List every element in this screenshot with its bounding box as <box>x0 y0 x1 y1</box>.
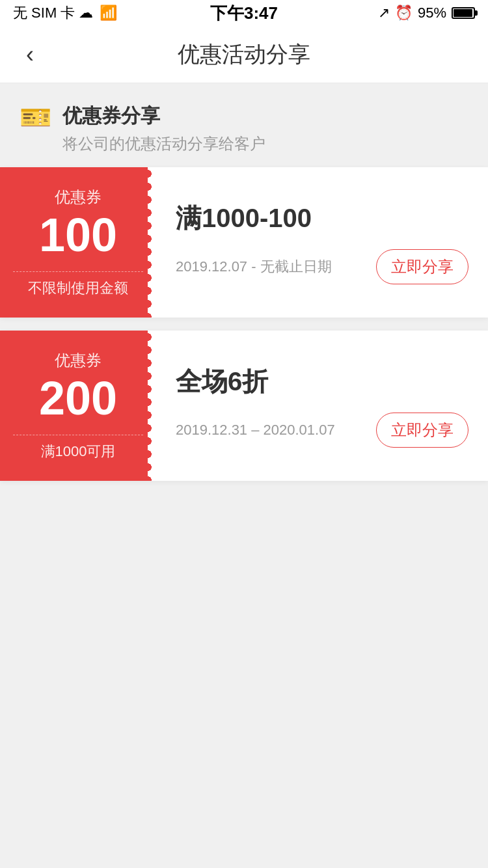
section-subtitle: 将公司的优惠活动分享给客户 <box>62 133 265 154</box>
coupon-amount-1: 100 <box>39 211 117 258</box>
battery-percent: 95% <box>418 5 446 21</box>
nav-bar: ‹ 优惠活动分享 <box>0 26 488 83</box>
coupon-share-button-1[interactable]: 立即分享 <box>376 249 468 284</box>
status-time: 下午3:47 <box>210 2 278 25</box>
section-title: 优惠券分享 <box>62 103 265 129</box>
section-header: 🎫 优惠券分享 将公司的优惠活动分享给客户 <box>0 83 488 167</box>
coupon-divider-2 <box>13 435 143 435</box>
bottom-space <box>0 494 488 819</box>
section-text: 优惠券分享 将公司的优惠活动分享给客户 <box>62 103 265 154</box>
coupon-left-1: 优惠券 100 不限制使用金额 <box>0 167 156 318</box>
coupon-right-2: 全场6折 2019.12.31 – 2020.01.07 立即分享 <box>156 331 488 481</box>
coupon-label-1: 优惠券 <box>55 187 102 208</box>
coupon-meta-2: 2019.12.31 – 2020.01.07 立即分享 <box>176 413 468 448</box>
location-icon: ↗ <box>378 5 390 21</box>
coupon-share-button-2[interactable]: 立即分享 <box>376 413 468 448</box>
coupon-card-1: 优惠券 100 不限制使用金额 满1000-100 2019.12.07 - 无… <box>0 167 488 318</box>
page-title: 优惠活动分享 <box>178 40 310 70</box>
coupon-divider-1 <box>13 271 143 272</box>
coupon-name-2: 全场6折 <box>176 364 468 400</box>
coupon-name-1: 满1000-100 <box>176 200 468 236</box>
status-right: ↗ ⏰ 95% <box>378 5 475 21</box>
back-button[interactable]: ‹ <box>20 34 40 75</box>
coupon-date-2: 2019.12.31 – 2020.01.07 <box>176 422 370 439</box>
status-left: 无 SIM 卡 ☁ 📶 <box>13 3 117 23</box>
coupon-condition-2: 满1000可用 <box>41 442 116 461</box>
coupon-condition-1: 不限制使用金额 <box>28 278 128 298</box>
coupon-meta-1: 2019.12.07 - 无截止日期 立即分享 <box>176 249 468 284</box>
coupon-amount-2: 200 <box>39 375 117 422</box>
coupon-date-1: 2019.12.07 - 无截止日期 <box>176 257 370 277</box>
coupon-right-1: 满1000-100 2019.12.07 - 无截止日期 立即分享 <box>156 167 488 318</box>
coupon-left-2: 优惠券 200 满1000可用 <box>0 331 156 481</box>
wifi-icon: 📶 <box>100 5 117 21</box>
coupon-icon: 🎫 <box>20 104 52 130</box>
status-bar: 无 SIM 卡 ☁ 📶 下午3:47 ↗ ⏰ 95% <box>0 0 488 26</box>
alarm-icon: ⏰ <box>395 5 413 21</box>
battery-icon <box>452 7 475 19</box>
sim-status: 无 SIM 卡 ☁ <box>13 3 93 23</box>
coupon-card-2: 优惠券 200 满1000可用 全场6折 2019.12.31 – 2020.0… <box>0 331 488 481</box>
coupon-list: 优惠券 100 不限制使用金额 满1000-100 2019.12.07 - 无… <box>0 167 488 494</box>
coupon-label-2: 优惠券 <box>55 350 102 371</box>
